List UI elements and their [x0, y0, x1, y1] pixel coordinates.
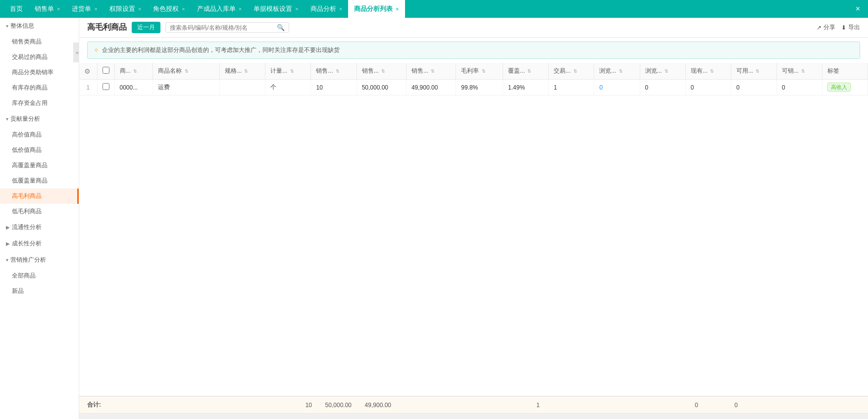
nav-tab-sales[interactable]: 销售单 ×: [29, 0, 66, 18]
search-input[interactable]: [170, 24, 277, 31]
coverage-cell: 1.49%: [503, 80, 549, 95]
close-icon[interactable]: ×: [295, 6, 298, 12]
sidebar: « ▾ 整体信息 销售类商品 交易过的商品 商品分类助销率 有库存的商品 库存资…: [0, 18, 79, 419]
sidebar-item-all-products[interactable]: 全部商品: [0, 268, 79, 283]
info-icon: ✧: [94, 47, 99, 54]
settings-icon[interactable]: ⚙: [84, 67, 91, 75]
salable-stock-col-header[interactable]: 可销... ⇅: [777, 63, 822, 80]
spec-col-header[interactable]: 规格... ⇅: [220, 63, 265, 80]
nav-tab-warehouse[interactable]: 产成品入库单 ×: [191, 0, 248, 18]
footer-margin-spacer: [396, 402, 456, 409]
sidebar-section-marketing[interactable]: ▾ 营销推广分析: [0, 252, 79, 268]
unit-cell: 个: [265, 80, 311, 95]
name-col-header[interactable]: 商品名称 ⇅: [153, 63, 220, 80]
export-button[interactable]: ⬇ 导出: [841, 23, 860, 32]
top-nav: 首页 销售单 × 进货单 × 权限设置 × 角色授权 × 产成品入库单 × 单据…: [0, 0, 868, 18]
sort-icon: ⇅: [619, 69, 623, 74]
sidebar-item-category-rate[interactable]: 商品分类助销率: [0, 65, 79, 80]
close-icon[interactable]: ×: [57, 6, 60, 12]
sidebar-item-high-margin[interactable]: 高毛利商品: [0, 188, 79, 204]
sort-icon: ⇅: [482, 69, 486, 74]
search-box[interactable]: 🔍: [165, 22, 289, 33]
browse1-cell[interactable]: 0: [594, 80, 640, 95]
unit-col-header[interactable]: 计量... ⇅: [265, 63, 311, 80]
nav-tab-analysis[interactable]: 商品分析 ×: [305, 0, 348, 18]
row-checkbox[interactable]: [102, 83, 109, 90]
sales-amount-col-header[interactable]: 销售... ⇅: [357, 63, 406, 80]
main-layout: « ▾ 整体信息 销售类商品 交易过的商品 商品分类助销率 有库存的商品 库存资…: [0, 18, 868, 419]
row-number: 1: [79, 80, 97, 95]
sort-icon: ⇅: [527, 69, 531, 74]
available-stock-col-header[interactable]: 可用... ⇅: [731, 63, 776, 80]
export-icon: ⬇: [841, 24, 846, 31]
sort-icon: ⇅: [185, 69, 189, 74]
close-icon[interactable]: ×: [94, 6, 97, 12]
sidebar-item-high-value[interactable]: 高价值商品: [0, 127, 79, 142]
settings-col-header[interactable]: ⚙: [79, 63, 97, 80]
sort-icon: ⇅: [244, 69, 248, 74]
sidebar-item-traded-products[interactable]: 交易过的商品: [0, 49, 79, 65]
footer-total: 合计: 10 50,000.00 49,900.00 1 0 0: [79, 396, 868, 413]
nav-tab-purchase[interactable]: 进货单 ×: [66, 0, 103, 18]
coverage-col-header[interactable]: 覆盖... ⇅: [503, 63, 549, 80]
browse2-cell: 0: [640, 80, 685, 95]
search-icon[interactable]: 🔍: [277, 24, 285, 31]
transaction-col-header[interactable]: 交易... ⇅: [549, 63, 594, 80]
nav-tab-permission[interactable]: 权限设置 ×: [103, 0, 147, 18]
sort-icon: ⇅: [573, 69, 577, 74]
nav-tab-analysis-list[interactable]: 商品分析列表 ×: [348, 0, 405, 18]
content-area: 高毛利商品 近一月 🔍 ↗ 分享 ⬇ 导出 ✧ 企业的主要的利润都是这部分商品创…: [79, 18, 868, 419]
sidebar-item-in-stock[interactable]: 有库存的商品: [0, 80, 79, 95]
browse1-col-header[interactable]: 浏览... ⇅: [594, 63, 640, 80]
footer-sales-cost: 49,900.00: [357, 402, 396, 409]
sidebar-item-low-value[interactable]: 低价值商品: [0, 142, 79, 158]
close-icon[interactable]: ×: [396, 6, 399, 12]
nav-tab-template[interactable]: 单据模板设置 ×: [248, 0, 304, 18]
sidebar-item-new-products[interactable]: 新品: [0, 283, 79, 299]
row-checkbox-cell[interactable]: [97, 80, 114, 95]
tag-col-header[interactable]: 标签: [822, 63, 868, 80]
sort-icon: ⇅: [381, 69, 385, 74]
table-wrapper[interactable]: ⚙ 商... ⇅ 商品名称 ⇅: [79, 63, 868, 396]
nav-tab-role[interactable]: 角色授权 ×: [147, 0, 191, 18]
sort-icon: ⇅: [756, 69, 760, 74]
sidebar-section-overall[interactable]: ▾ 整体信息: [0, 18, 79, 34]
gross-margin-cell: 99.8%: [456, 80, 503, 95]
sales-cost-col-header[interactable]: 销售... ⇅: [406, 63, 456, 80]
transaction-cell: 1: [549, 80, 594, 95]
sidebar-section-contribution[interactable]: ▾ 贡献量分析: [0, 111, 79, 127]
sort-icon: ⇅: [133, 69, 137, 74]
checkbox-col-header[interactable]: [97, 63, 114, 80]
nav-tab-home[interactable]: 首页: [4, 0, 29, 18]
time-filter-month-button[interactable]: 近一月: [132, 22, 160, 33]
close-all-tabs-button[interactable]: ×: [852, 4, 864, 13]
horizontal-scrollbar[interactable]: [79, 413, 868, 419]
close-icon[interactable]: ×: [239, 6, 242, 12]
close-icon[interactable]: ×: [339, 6, 342, 12]
chevron-right-icon: ▶: [6, 241, 10, 246]
tag-cell: 高收入: [822, 80, 868, 95]
sidebar-item-sales-products[interactable]: 销售类商品: [0, 34, 79, 49]
salable-stock-cell: 0: [777, 80, 822, 95]
sidebar-section-growth[interactable]: ▶ 成长性分析: [0, 235, 79, 252]
sales-qty-col-header[interactable]: 销售... ⇅: [311, 63, 357, 80]
sidebar-section-liquidity[interactable]: ▶ 流通性分析: [0, 219, 79, 235]
gross-margin-col-header[interactable]: 毛利率 ⇅: [456, 63, 503, 80]
close-icon[interactable]: ×: [138, 6, 141, 12]
sidebar-item-low-coverage[interactable]: 低覆盖量商品: [0, 173, 79, 188]
current-stock-col-header[interactable]: 现有... ⇅: [685, 63, 731, 80]
sidebar-collapse-button[interactable]: «: [73, 43, 79, 62]
current-stock-cell: 0: [685, 80, 731, 95]
sort-icon: ⇅: [290, 69, 294, 74]
sidebar-item-high-coverage[interactable]: 高覆盖量商品: [0, 158, 79, 173]
sidebar-item-low-margin[interactable]: 低毛利商品: [0, 204, 79, 219]
select-all-checkbox[interactable]: [102, 67, 109, 74]
chevron-down-icon: ▾: [6, 23, 8, 29]
share-button[interactable]: ↗ 分享: [817, 23, 835, 32]
browse1-link[interactable]: 0: [599, 84, 603, 91]
sidebar-item-stock-capital[interactable]: 库存资金占用: [0, 95, 79, 111]
sort-icon: ⇅: [801, 69, 805, 74]
close-icon[interactable]: ×: [182, 6, 185, 12]
code-col-header[interactable]: 商... ⇅: [114, 63, 153, 80]
browse2-col-header[interactable]: 浏览... ⇅: [640, 63, 685, 80]
